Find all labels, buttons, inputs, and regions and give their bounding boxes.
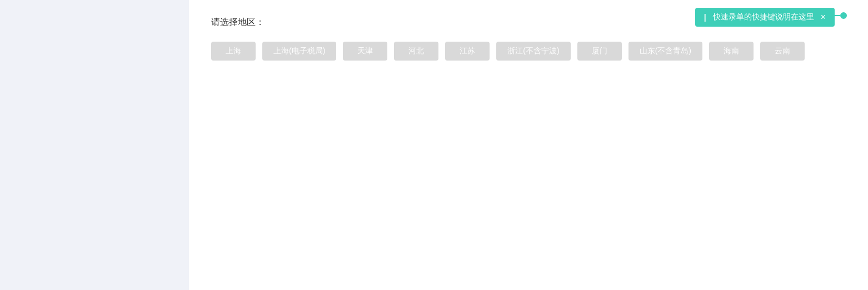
region-button-hebei[interactable]: 河北 bbox=[394, 42, 438, 61]
left-sidebar bbox=[0, 0, 189, 290]
tooltip-text: 快速录单的快捷键说明在这里 bbox=[713, 12, 814, 22]
region-button-xiamen[interactable]: 厦门 bbox=[577, 42, 622, 61]
region-button-shanghai-etax[interactable]: 上海(电子税局) bbox=[262, 42, 336, 61]
tooltip-line bbox=[832, 15, 840, 16]
tooltip-close-button[interactable]: × bbox=[821, 13, 826, 22]
region-button-jiangsu[interactable]: 江苏 bbox=[445, 42, 490, 61]
tooltip-dot bbox=[840, 12, 847, 19]
region-button-shandong[interactable]: 山东(不含青岛) bbox=[628, 42, 702, 61]
region-button-yunnan[interactable]: 云南 bbox=[760, 42, 805, 61]
region-button-zhejiang[interactable]: 浙江(不含宁波) bbox=[496, 42, 570, 61]
region-buttons: 上海上海(电子税局)天津河北江苏浙江(不含宁波)厦门山东(不含青岛)海南云南 bbox=[211, 42, 846, 61]
region-button-shanghai[interactable]: 上海 bbox=[211, 42, 256, 61]
tooltip-banner: 快速录单的快捷键说明在这里 × bbox=[695, 8, 835, 27]
main-content: 请选择地区： 上海上海(电子税局)天津河北江苏浙江(不含宁波)厦门山东(不含青岛… bbox=[189, 0, 868, 290]
region-button-hainan[interactable]: 海南 bbox=[709, 42, 754, 61]
region-button-tianjin[interactable]: 天津 bbox=[343, 42, 387, 61]
